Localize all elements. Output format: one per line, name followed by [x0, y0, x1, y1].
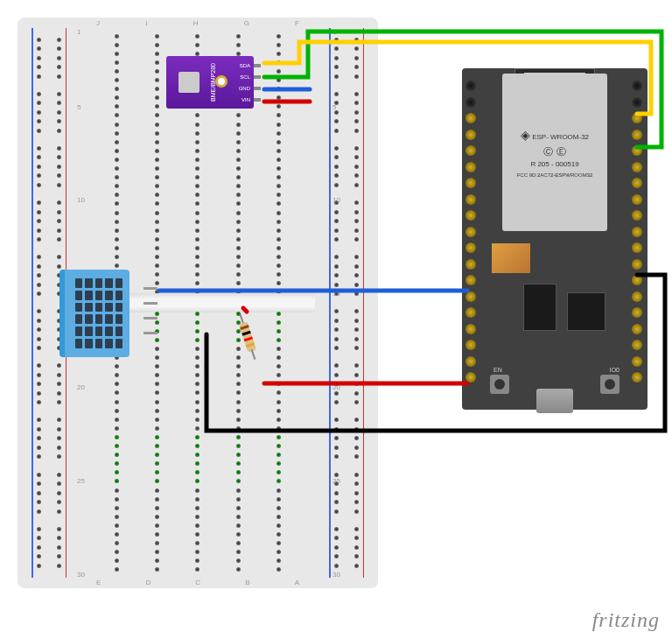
- bme280-title: BME/BMP280: [211, 63, 217, 102]
- en-button[interactable]: [490, 375, 509, 394]
- micro-usb-port[interactable]: [536, 389, 573, 413]
- shield-name: ESP- WROOM-32: [532, 133, 589, 141]
- fritzing-diagram: JIHGF EDCBA 115510101515202025253030 BME…: [0, 0, 672, 639]
- dht-pin-data: [144, 302, 158, 305]
- esp32-fcc: FCC 9D:2AC72-ESPWROOM32: [517, 172, 593, 178]
- esp32-shield: ◈ ESP- WROOM-32 Ⓒ Ⓔ R 205 - 000519 FCC 9…: [502, 74, 607, 231]
- dht-pin-gnd: [144, 332, 158, 334]
- esp32-cert: R 205 - 000519: [530, 160, 578, 168]
- dht-pin-nc: [144, 317, 158, 320]
- esp32-board: ◈ ESP- WROOM-32 Ⓒ Ⓔ R 205 - 000519 FCC 9…: [462, 68, 648, 410]
- bme280-sensor: BME/BMP280 SDASCLGNDVIN: [166, 56, 254, 109]
- bme280-chip: [178, 72, 200, 93]
- bme-pin-label-gnd: GND: [239, 86, 250, 91]
- dht-pin-vcc: [144, 287, 158, 290]
- fritzing-logo: fritzing: [592, 608, 660, 632]
- wifi-icon: ◈: [521, 126, 530, 144]
- esp32-chip2: [567, 292, 606, 331]
- dht11-sensor: [60, 270, 144, 357]
- ce-icon: Ⓒ Ⓔ: [543, 146, 565, 157]
- esp32-copper-pad: [492, 243, 530, 273]
- io0-button[interactable]: [600, 375, 620, 394]
- esp32-chip: [523, 284, 556, 331]
- bme-pin-label-sda: SDA: [239, 63, 250, 68]
- bme-pin-label-scl: SCL: [239, 74, 250, 80]
- bme-pin-label-vin: VIN: [239, 97, 250, 102]
- io0-label: IO0: [610, 367, 620, 373]
- en-label: EN: [494, 367, 502, 373]
- bme280-mount-hole: [215, 75, 228, 88]
